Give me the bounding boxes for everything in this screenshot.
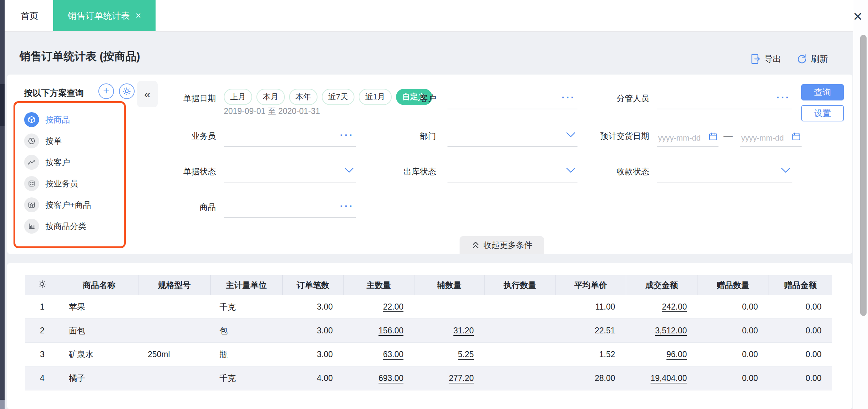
ellipsis-icon[interactable]: ··· — [340, 129, 354, 141]
settings-button[interactable]: 设置 — [801, 105, 844, 121]
chevron-down-icon[interactable] — [345, 168, 354, 173]
table-row: 4 橘子 千克 4.00 693.00 277.20 28.00 19,404.… — [25, 366, 832, 390]
left-nav-rail-bottom-segment — [0, 400, 5, 409]
cell-main-qty-link[interactable]: 156.00 — [379, 326, 403, 335]
cell-name: 橘子 — [60, 366, 139, 390]
plan-item-by-product-category[interactable]: 按商品分类 — [24, 216, 86, 236]
col-main-qty: 主数量 — [343, 275, 414, 295]
chevron-down-icon[interactable] — [566, 168, 575, 173]
product-input[interactable]: ··· — [224, 201, 356, 218]
chevron-down-icon[interactable] — [566, 132, 575, 138]
cell-gift-qty: 0.00 — [698, 366, 769, 390]
cell-spec — [139, 366, 210, 390]
refresh-icon — [797, 54, 807, 64]
column-settings-button[interactable] — [25, 275, 60, 295]
delivery-date-end-input[interactable]: yyyy-mm-dd — [740, 130, 802, 147]
clock-icon — [24, 133, 39, 148]
quick-this-year[interactable]: 本年 — [289, 89, 318, 105]
calendar-icon[interactable] — [792, 132, 801, 141]
cell-main-qty-link[interactable]: 693.00 — [379, 373, 403, 383]
plan-item-by-customer[interactable]: 按客户 — [24, 152, 70, 172]
cell-exec-qty — [484, 319, 555, 343]
cell-gift-qty: 0.00 — [698, 343, 769, 366]
cell-amount-link[interactable]: 3,512.00 — [655, 326, 687, 335]
tab-bar: 首页 销售订单统计表 × — [5, 0, 853, 32]
cell-aux-qty-link[interactable]: 31.20 — [453, 326, 474, 335]
date-range-text: 2019-09-01 至 2020-01-31 — [224, 106, 320, 117]
collapse-more-label: 收起更多条件 — [483, 240, 532, 251]
expected-delivery-label: 预计交货日期 — [586, 131, 649, 142]
collapse-plan-panel-button[interactable]: « — [137, 81, 158, 107]
department-select[interactable] — [447, 130, 577, 147]
tab-home[interactable]: 首页 — [11, 0, 48, 31]
cell-aux-qty-link[interactable]: 277.20 — [449, 373, 474, 383]
cell-amount-link[interactable]: 19,404.00 — [651, 373, 687, 383]
chevron-down-icon[interactable] — [781, 168, 790, 173]
quick-last-7-days[interactable]: 近7天 — [322, 89, 354, 105]
cell-spec — [139, 319, 210, 343]
cell-amount-link[interactable]: 96.00 — [666, 350, 687, 359]
plus-icon: + — [103, 86, 109, 96]
cell-orders: 3.00 — [282, 295, 343, 319]
cell-aux-qty-link[interactable]: 5.25 — [458, 350, 474, 359]
left-nav-rail-active-segment — [0, 84, 5, 126]
add-plan-button[interactable]: + — [98, 83, 114, 99]
salesman-input[interactable]: ··· — [224, 130, 356, 147]
cell-exec-qty — [484, 295, 555, 319]
payment-status-select[interactable] — [657, 165, 792, 182]
export-button[interactable]: 导出 — [750, 53, 781, 65]
outbound-status-select[interactable] — [447, 165, 577, 182]
tab-close-icon[interactable]: × — [136, 11, 141, 21]
cell-unit: 千克 — [210, 366, 282, 390]
manager-input[interactable]: ··· — [657, 92, 792, 109]
quick-this-month[interactable]: 本月 — [256, 89, 285, 105]
cell-name: 面包 — [60, 319, 139, 343]
quick-last-month[interactable]: 上月 — [224, 89, 252, 105]
table-header-row: 商品名称 规格型号 主计量单位 订单笔数 主数量 辅数量 执行数量 平均单价 成… — [25, 275, 832, 295]
ellipsis-icon[interactable]: ··· — [776, 92, 790, 104]
plan-item-by-product[interactable]: 按商品 — [24, 110, 70, 130]
cell-main-qty-link[interactable]: 22.00 — [383, 302, 403, 311]
quick-last-1-month[interactable]: 近1月 — [359, 89, 391, 105]
collapse-more-conditions-button[interactable]: 收起更多条件 — [460, 236, 544, 254]
refresh-button[interactable]: 刷新 — [797, 53, 828, 65]
table-row: 3 矿泉水 250ml 瓶 3.00 63.00 5.25 1.52 96.00… — [25, 343, 832, 366]
plan-item-by-customer-product[interactable]: 按客户+商品 — [24, 195, 91, 215]
plan-settings-button[interactable] — [119, 83, 135, 99]
query-button[interactable]: 查询 — [801, 84, 844, 100]
payment-status-label: 收款状态 — [586, 166, 649, 177]
cell-main-qty-link[interactable]: 63.00 — [383, 350, 403, 359]
cell-exec-qty — [484, 343, 555, 366]
results-panel: 商品名称 规格型号 主计量单位 订单笔数 主数量 辅数量 执行数量 平均单价 成… — [7, 263, 852, 409]
plan-item-by-salesman[interactable]: 按业务员 — [24, 174, 78, 193]
cell-amount-link[interactable]: 242.00 — [662, 302, 687, 311]
plan-item-label: 按客户+商品 — [45, 200, 91, 211]
doc-status-select[interactable] — [224, 165, 356, 182]
vertical-scrollbar[interactable] — [860, 35, 867, 316]
doc-status-label: 单据状态 — [163, 166, 216, 177]
tab-sales-order-report[interactable]: 销售订单统计表 × — [53, 0, 156, 31]
table-row: 2 面包 包 3.00 156.00 31.20 22.51 3,512.00 … — [25, 319, 832, 343]
delivery-date-start-input[interactable]: yyyy-mm-dd — [657, 130, 718, 147]
department-label: 部门 — [391, 131, 436, 142]
bar-chart-icon — [24, 219, 39, 234]
ellipsis-icon[interactable]: ··· — [562, 92, 575, 104]
cell-index: 1 — [25, 295, 60, 319]
tab-home-label: 首页 — [21, 10, 38, 22]
ellipsis-icon[interactable]: ··· — [340, 200, 354, 212]
customer-label: 客户 — [391, 93, 436, 104]
doc-date-label: 单据日期 — [163, 93, 216, 104]
plan-item-by-order[interactable]: 按单 — [24, 131, 62, 151]
cell-gift-amount: 0.00 — [769, 366, 832, 390]
date-range-separator: — — [721, 131, 735, 142]
plan-item-label: 按商品 — [45, 114, 70, 125]
calendar-icon[interactable] — [709, 132, 718, 141]
cell-index: 4 — [25, 366, 60, 390]
chevron-double-left-icon: « — [144, 88, 151, 101]
cell-index: 2 — [25, 319, 60, 343]
close-icon[interactable]: × — [850, 8, 866, 25]
col-gift-amount: 赠品金额 — [769, 275, 832, 295]
customer-input[interactable]: ··· — [447, 92, 577, 109]
salesman-label: 业务员 — [163, 131, 216, 142]
col-aux-qty: 辅数量 — [414, 275, 484, 295]
